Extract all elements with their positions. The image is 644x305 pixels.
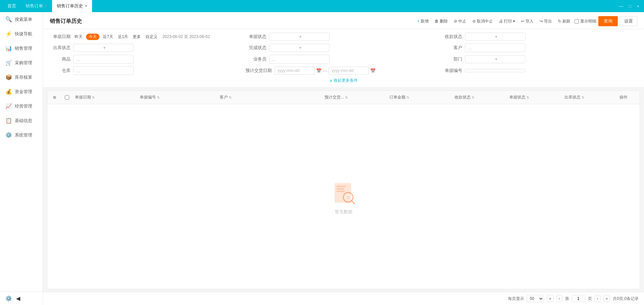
first-page-btn[interactable]: « — [547, 295, 554, 302]
complete-status-select[interactable]: ▾ — [269, 44, 330, 52]
close-tab-sales-history[interactable]: × — [85, 4, 87, 8]
payment-status-select[interactable]: ▾ — [465, 33, 525, 41]
th-checkbox[interactable] — [62, 95, 72, 100]
th-status[interactable]: 单据状态 ⇅ — [507, 94, 562, 100]
tab-sales-order[interactable]: 销售订单 × — [21, 0, 52, 12]
total-info: 共0页,0条记录 — [613, 296, 639, 302]
sidebar-label-basic-info: 基础信息 — [15, 118, 32, 124]
sidebar-item-inventory[interactable]: 📦 库存核算 — [0, 70, 43, 84]
filter-dept: 部门 ▾ — [441, 55, 637, 64]
th-settings[interactable]: ⚙ — [50, 95, 62, 100]
date-7days[interactable]: 近7天 — [101, 34, 115, 40]
select-all-checkbox[interactable] — [65, 95, 69, 100]
pagination: 每页显示 50 20 100 « ‹ 第 页 › » 共0页,0条记录 — [43, 292, 644, 305]
dept-select[interactable]: ▾ — [465, 55, 525, 63]
warehouse-input[interactable]: ... — [73, 66, 134, 75]
th-payment[interactable]: 收款状态 ⇅ — [452, 94, 507, 100]
out-status-select[interactable]: ▾ — [73, 44, 134, 52]
delivery-date-from[interactable]: yyyy-mm-dd — [274, 67, 315, 75]
filter-payment-status-label: 收款状态 — [441, 34, 465, 40]
tab-sales-history[interactable]: 销售订单历史 × — [52, 0, 92, 12]
date-1month[interactable]: 近1月 — [117, 34, 130, 40]
customer-input[interactable]: ... — [465, 43, 525, 52]
sys-mgmt-icon: ⚙️ — [5, 132, 12, 138]
prev-page-btn[interactable]: ‹ — [556, 295, 562, 302]
sales-mgmt-icon: 📊 — [5, 45, 12, 51]
goods-input[interactable]: ... — [73, 55, 134, 64]
order-status-select[interactable]: ▾ — [269, 33, 330, 41]
tab-home[interactable]: 首页 — [3, 0, 21, 12]
sidebar-label-operations: 经营管理 — [15, 103, 32, 109]
header-actions: + 新增 🗑 删除 ⊘ 中止 ⊘ 取消中止 🖨 打印 — [415, 16, 637, 26]
window-minimize-btn[interactable]: — — [617, 3, 626, 9]
refresh-button[interactable]: ↻ 刷新 — [556, 17, 572, 26]
sidebar-item-finance[interactable]: 💰 资金管理 — [0, 84, 43, 99]
filter-warehouse-label: 仓库 — [50, 68, 73, 74]
dept-arrow-icon: ▾ — [495, 57, 522, 62]
close-tab-sales-order[interactable]: × — [45, 4, 47, 8]
th-num[interactable]: 单据编号 ⇅ — [137, 94, 217, 100]
show-details-checkbox[interactable] — [574, 19, 579, 24]
sidebar-label-inventory: 库存核算 — [15, 74, 32, 80]
svg-rect-3 — [336, 191, 345, 192]
import-button[interactable]: ↩ 导入 — [519, 17, 535, 26]
window-maximize-btn[interactable]: □ — [627, 3, 634, 9]
sidebar-item-sales-mgmt[interactable]: 📊 销售管理 — [0, 41, 43, 55]
sidebar-label-quick-nav: 快捷导航 — [15, 31, 32, 37]
th-date[interactable]: 单据日期 ⇅ — [72, 94, 137, 100]
order-status-arrow-icon: ▾ — [299, 34, 327, 39]
collapse-bar[interactable]: ∧ 收起更多条件 — [50, 76, 637, 84]
export-button[interactable]: ↪ 导出 — [538, 17, 554, 26]
collapse-sidebar-icon[interactable]: ◀ — [16, 295, 20, 302]
inventory-icon: 📦 — [5, 74, 12, 80]
sidebar-bottom: ⚙️ ◀ — [0, 292, 43, 305]
sidebar-item-search-menu[interactable]: 🔍 搜索菜单 — [0, 12, 43, 27]
delivery-date-to[interactable]: yyyy-mm-dd — [329, 67, 369, 75]
salesman-input[interactable]: ... — [269, 55, 330, 64]
settings-button[interactable]: 设置 — [620, 16, 637, 26]
date-control: 昨天 今天 近7天 近1月 更多 自定义 2023-06-02 至 2023-0… — [73, 34, 210, 40]
delete-button[interactable]: 🗑 删除 — [433, 17, 450, 26]
date-custom[interactable]: 自定义 — [144, 34, 159, 40]
filter-goods-label: 商品 — [50, 56, 73, 62]
filter-salesman: 业务员 ... — [246, 55, 441, 64]
settings-bottom-icon[interactable]: ⚙️ — [5, 295, 12, 302]
stop-button[interactable]: ⊘ 中止 — [452, 17, 468, 26]
date-yesterday[interactable]: 昨天 — [73, 34, 84, 40]
refresh-icon: ↻ — [558, 19, 561, 24]
filter-customer-label: 客户 — [441, 45, 465, 51]
table-area: ⚙ 单据日期 ⇅ 单据编号 ⇅ 客户 ⇅ 预计交货... — [47, 90, 640, 289]
th-customer[interactable]: 客户 ⇅ — [217, 94, 322, 100]
current-page-input[interactable] — [572, 295, 585, 302]
sidebar-item-operations[interactable]: 📈 经营管理 — [0, 99, 43, 113]
payment-status-arrow-icon: ▾ — [495, 34, 522, 39]
date-more[interactable]: 更多 — [131, 34, 142, 40]
window-close-btn[interactable]: × — [635, 3, 641, 9]
date-today[interactable]: 今天 — [86, 34, 99, 40]
th-amount[interactable]: 订单金额 ⇅ — [387, 94, 452, 100]
print-button[interactable]: 🖨 打印 ▾ — [497, 17, 517, 26]
add-button[interactable]: + 新增 — [415, 17, 431, 26]
date-dash: — — [323, 68, 327, 73]
filter-complete-status: 完成状态 ▾ — [246, 43, 441, 52]
sidebar-item-quick-nav[interactable]: ⚡ 快捷导航 — [0, 27, 43, 41]
page-size-select[interactable]: 50 20 100 — [527, 295, 544, 302]
cancel-stop-button[interactable]: ⊘ 取消中止 — [470, 17, 495, 26]
next-page-btn[interactable]: › — [595, 295, 601, 302]
svg-line-6 — [351, 200, 354, 203]
filter-order-status: 单据状态 ▾ — [246, 33, 441, 41]
quick-nav-icon: ⚡ — [5, 31, 12, 37]
th-delivery[interactable]: 预计交货... ⇅ — [322, 94, 387, 100]
sidebar-item-basic-info[interactable]: 📋 基础信息 — [0, 113, 43, 128]
order-num-input[interactable] — [465, 69, 525, 72]
sidebar-label-search-menu: 搜索菜单 — [15, 16, 32, 23]
sidebar-item-purchase-mgmt[interactable]: 🛒 采购管理 — [0, 55, 43, 70]
svg-point-7 — [347, 196, 348, 197]
query-button[interactable]: 查询 — [598, 16, 618, 26]
th-date-sort-icon: ⇅ — [92, 96, 95, 99]
last-page-btn[interactable]: » — [603, 295, 610, 302]
th-out[interactable]: 出库状态 ⇅ — [562, 94, 617, 100]
th-amount-sort-icon: ⇅ — [406, 96, 409, 99]
sidebar-item-sys-mgmt[interactable]: ⚙️ 系统管理 — [0, 128, 43, 142]
collapse-arrow-icon: ∧ — [330, 78, 333, 83]
